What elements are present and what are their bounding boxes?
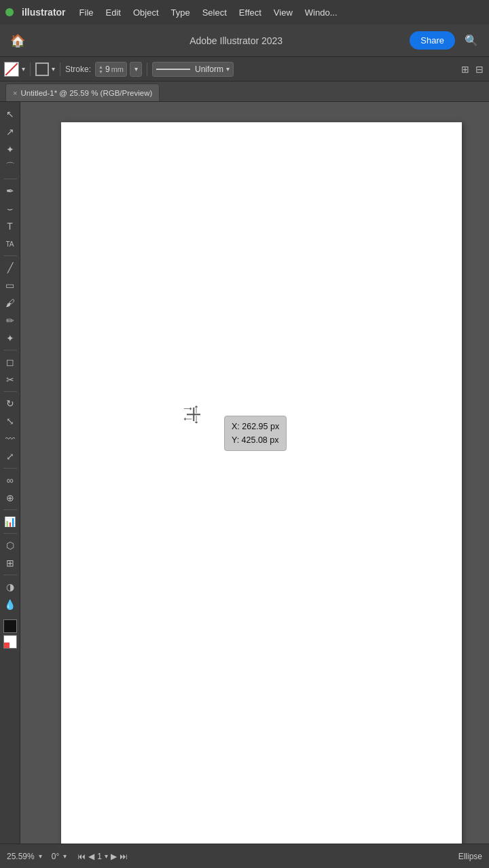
title-bar: 🏠 Adobe Illustrator 2023 Share 🔍 — [0, 24, 489, 57]
rotation-value: 0° — [52, 852, 59, 861]
stroke-swatch-bottom[interactable] — [3, 635, 17, 649]
tool-line[interactable]: ╱ — [2, 259, 18, 276]
app-brand: illustrator — [15, 4, 73, 20]
stroke-shape-icon[interactable] — [35, 62, 49, 76]
tool-scissors[interactable]: ✂ — [2, 372, 18, 388]
last-page-button[interactable]: ⏭ — [120, 852, 128, 861]
tool-lasso[interactable]: ⌒ — [2, 159, 18, 175]
menu-edit[interactable]: Edit — [101, 5, 126, 20]
tab-bar: × Untitled-1* @ 25.59 % (RGB/Preview) — [0, 82, 489, 102]
stroke-value-area[interactable]: ▲ ▼ 9 mm — [95, 62, 127, 77]
options-toolbar: ▾ ▾ Stroke: ▲ ▼ 9 mm ▾ Uniform ▾ ⊞ ⊟ — [0, 57, 489, 82]
traffic-light-dot — [5, 8, 14, 16]
tools-panel: ↖ ↗ ✦ ⌒ ✒ ⌣ T TA ╱ ▭ 🖌 ✏ ✦ ◻ ✂ ↻ ⤡ 〰 ⤢ ∞… — [0, 102, 20, 844]
stroke-spinners[interactable]: ▲ ▼ — [98, 65, 103, 74]
titlebar-title: Adobe Illustrator 2023 — [62, 35, 410, 46]
tool-gradient[interactable]: ◑ — [2, 579, 18, 595]
tool-sep-8 — [3, 575, 17, 575]
tool-rectangle[interactable]: ▭ — [2, 277, 18, 293]
search-icon[interactable]: 🔍 — [462, 31, 481, 50]
tool-mesh[interactable]: ⊞ — [2, 555, 18, 571]
align-grid-icon[interactable]: ⊞ — [460, 62, 471, 76]
tool-direct-selection[interactable]: ↗ — [2, 124, 18, 140]
menu-type[interactable]: Type — [166, 5, 196, 20]
uniform-dropdown-arrow: ▾ — [226, 65, 230, 73]
menu-bar: illustrator File Edit Object Type Select… — [0, 0, 489, 24]
uniform-dropdown[interactable]: Uniform ▾ — [152, 62, 234, 77]
toolbar-right-icons: ⊞ ⊟ — [460, 62, 485, 76]
tool-eraser[interactable]: ◻ — [2, 354, 18, 370]
tool-paintbrush[interactable]: 🖌 — [2, 295, 18, 311]
tool-curvature[interactable]: ⌣ — [2, 200, 18, 217]
tool-touch-type[interactable]: TA — [2, 236, 18, 252]
tool-sep-7 — [3, 533, 17, 534]
panel-icon[interactable]: ⊟ — [474, 62, 485, 76]
next-page-button[interactable]: ▶ — [111, 852, 117, 861]
tool-sep-3 — [3, 350, 17, 350]
menu-view[interactable]: View — [268, 5, 298, 20]
tool-reshape[interactable]: ⤢ — [2, 448, 18, 465]
stroke-shape-dropdown-arrow[interactable]: ▾ — [52, 65, 55, 73]
tool-sep-5 — [3, 468, 17, 469]
tool-shaper[interactable]: ✦ — [2, 330, 18, 346]
tool-pencil[interactable]: ✏ — [2, 312, 18, 329]
document-tab[interactable]: × Untitled-1* @ 25.59 % (RGB/Preview) — [5, 84, 160, 101]
tool-blend[interactable]: ∞ — [2, 472, 18, 488]
swatch-area — [3, 619, 17, 649]
menu-object[interactable]: Object — [128, 5, 164, 20]
tool-type[interactable]: T — [2, 218, 18, 234]
stroke-label: Stroke: — [65, 65, 91, 74]
rotation-dropdown-arrow[interactable]: ▾ — [63, 852, 67, 860]
tool-pen[interactable]: ✒ — [2, 183, 18, 199]
canvas-area[interactable]: ⭢⭡⭠⭣ X: 262.95 px Y: 425.08 px — [20, 102, 489, 844]
tool-selection[interactable]: ↖ — [2, 106, 18, 122]
stroke-color-swatch[interactable] — [4, 62, 19, 77]
artboard[interactable] — [61, 122, 462, 844]
zoom-value: 25.59% — [7, 852, 35, 861]
share-button[interactable]: Share — [410, 31, 455, 50]
menu-effect[interactable]: Effect — [234, 5, 267, 20]
tool-scale[interactable]: ⤡ — [2, 413, 18, 429]
tab-title: Untitled-1* @ 25.59 % (RGB/Preview) — [20, 89, 152, 97]
tool-sep-2 — [3, 255, 17, 256]
toolbar-divider-2 — [60, 62, 60, 76]
page-number: 1 — [97, 852, 102, 861]
titlebar-right: Share 🔍 — [410, 31, 481, 50]
playback-controls: ⏮ ◀ 1 ▾ ▶ ⏭ — [77, 852, 128, 861]
stroke-value: 9 — [105, 65, 110, 74]
tool-magic-wand[interactable]: ✦ — [2, 141, 18, 158]
menu-select[interactable]: Select — [197, 5, 232, 20]
menu-window[interactable]: Windo... — [300, 5, 343, 20]
toolbar-divider-3 — [147, 62, 147, 76]
page-dropdown-arrow[interactable]: ▾ — [105, 852, 108, 860]
prev-page-button[interactable]: ◀ — [88, 852, 94, 861]
status-bar: 25.59% ▾ 0° ▾ ⏮ ◀ 1 ▾ ▶ ⏭ Ellipse — [0, 844, 489, 868]
uniform-line-icon — [156, 69, 190, 70]
current-tool-label: Ellipse — [458, 852, 482, 861]
stroke-color-dropdown-arrow[interactable]: ▾ — [22, 65, 25, 73]
titlebar-left: 🏠 — [8, 31, 62, 50]
tool-eyedropper[interactable]: 💧 — [2, 596, 18, 613]
tool-sep-6 — [3, 509, 17, 510]
stroke-shape-section: ▾ — [35, 62, 55, 76]
tab-close-button[interactable]: × — [13, 89, 17, 97]
tool-graph[interactable]: 📊 — [2, 513, 18, 530]
first-page-button[interactable]: ⏮ — [77, 852, 86, 861]
zoom-dropdown-arrow[interactable]: ▾ — [39, 852, 42, 860]
tool-perspective-grid[interactable]: ⬡ — [2, 537, 18, 554]
tool-rotate[interactable]: ↻ — [2, 395, 18, 412]
tool-warp[interactable]: 〰 — [2, 431, 18, 447]
unit-dropdown-arrow: ▾ — [134, 65, 138, 73]
tool-sep-1 — [3, 179, 17, 179]
menu-file[interactable]: File — [74, 5, 99, 20]
tool-sep-4 — [3, 391, 17, 392]
stroke-unit-dropdown[interactable]: ▾ — [130, 62, 142, 77]
tool-symbol-sprayer[interactable]: ⊕ — [2, 490, 18, 506]
toolbar-divider-1 — [30, 62, 31, 76]
main-layout: ↖ ↗ ✦ ⌒ ✒ ⌣ T TA ╱ ▭ 🖌 ✏ ✦ ◻ ✂ ↻ ⤡ 〰 ⤢ ∞… — [0, 102, 489, 844]
uniform-label: Uniform — [195, 65, 223, 74]
home-icon[interactable]: 🏠 — [8, 31, 27, 50]
fill-swatch[interactable] — [3, 619, 17, 633]
stroke-up-arrow[interactable]: ▲ — [98, 65, 103, 69]
stroke-down-arrow[interactable]: ▼ — [98, 69, 103, 74]
